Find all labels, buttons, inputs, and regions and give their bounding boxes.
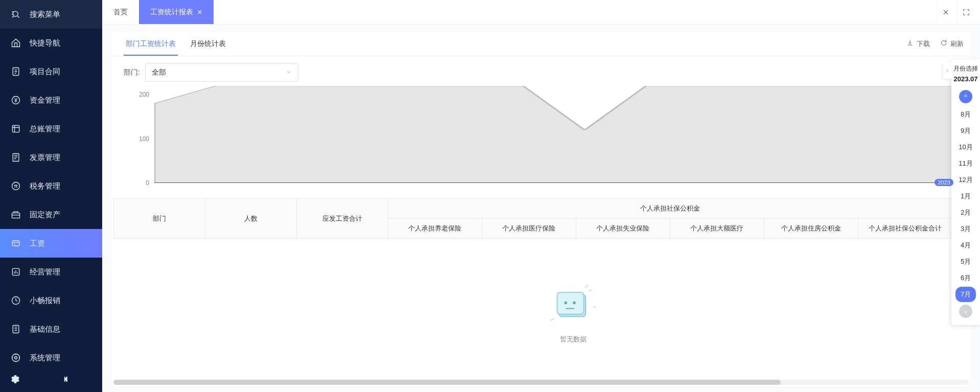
chevron-down-icon <box>286 68 292 77</box>
department-filter-label: 部门: <box>124 68 140 77</box>
salary-table: 部门人数应发工资合计个人承担社保公积金公司承担个人承担养老保险个人承担医疗保险个… <box>113 198 971 239</box>
subtab-1[interactable]: 月份统计表 <box>183 32 233 56</box>
download-label: 下载 <box>917 39 930 49</box>
month-option[interactable]: 5月 <box>955 254 976 269</box>
month-option[interactable]: 8月 <box>955 107 976 122</box>
sidebar-footer <box>0 366 102 392</box>
sidebar-item-label: 基础信息 <box>30 325 60 334</box>
sidebar-item-label: 项目合同 <box>30 67 60 77</box>
sidebar-item-info[interactable]: 基础信息 <box>0 315 102 343</box>
svg-point-12 <box>12 354 20 362</box>
sidebar-item-invoice[interactable]: 发票管理 <box>0 143 102 172</box>
table-header: 应发工资合计 <box>296 199 388 239</box>
tab-1[interactable]: 工资统计报表✕ <box>139 0 214 24</box>
sidebar-item-label: 搜索菜单 <box>30 10 60 19</box>
refresh-label: 刷新 <box>950 39 964 49</box>
horizontal-scrollbar[interactable] <box>113 380 969 385</box>
svg-point-11 <box>15 357 17 359</box>
month-panel-toggle[interactable] <box>943 62 951 79</box>
money-icon <box>10 95 21 106</box>
refresh-button[interactable]: 刷新 <box>940 39 964 49</box>
month-option[interactable]: 1月 <box>955 189 976 204</box>
month-option[interactable]: 3月 <box>955 221 976 237</box>
sidebar-item-salary[interactable]: 工资 <box>0 229 102 258</box>
close-all-tabs-button[interactable] <box>936 3 954 21</box>
month-option[interactable]: 12月 <box>953 172 977 188</box>
sidebar-item-system[interactable]: 系统管理 <box>0 343 102 366</box>
sidebar-item-label: 总账管理 <box>30 124 60 134</box>
svg-rect-7 <box>12 241 19 246</box>
tab-0[interactable]: 首页 <box>102 0 139 24</box>
svg-rect-4 <box>13 154 19 162</box>
sidebar-item-home[interactable]: 快捷导航 <box>0 29 102 57</box>
sidebar-item-label: 固定资产 <box>30 210 60 220</box>
sidebar-item-reimburse[interactable]: 小畅报销 <box>0 286 102 315</box>
sidebar-item-label: 税务管理 <box>30 181 60 191</box>
table-subheader: 个人承担大额医疗 <box>670 219 764 239</box>
table-subheader: 个人承担社保公积金合计 <box>858 219 952 239</box>
subtabs: 部门工资统计表月份统计表 下载 刷新 <box>111 32 971 56</box>
tab-label: 工资统计报表 <box>150 8 193 17</box>
month-option[interactable]: 6月 <box>955 270 976 286</box>
svg-rect-10 <box>13 326 19 333</box>
doc-icon <box>10 66 21 77</box>
tax-icon <box>10 180 21 192</box>
year-badge: 2023 <box>935 179 953 186</box>
fullscreen-button[interactable] <box>956 3 975 21</box>
month-option[interactable]: 11月 <box>953 156 977 171</box>
sidebar-item-money[interactable]: 资金管理 <box>0 86 102 114</box>
table-subheader: 个人承担住房公积金 <box>764 219 858 239</box>
sidebar: 搜索菜单快捷导航项目合同资金管理总账管理发票管理税务管理固定资产工资经营管理小畅… <box>0 0 102 392</box>
month-prev-button[interactable] <box>959 90 972 103</box>
collapse-icon[interactable] <box>61 374 72 384</box>
sidebar-item-label: 快捷导航 <box>30 38 60 48</box>
table-header-group: 个人承担社保公积金 <box>388 199 952 219</box>
table-container[interactable]: 部门人数应发工资合计个人承担社保公积金公司承担个人承担养老保险个人承担医疗保险个… <box>111 198 971 380</box>
refresh-icon <box>940 39 947 48</box>
sidebar-item-search[interactable]: 搜索菜单 <box>0 0 102 29</box>
sidebar-item-asset[interactable]: 固定资产 <box>0 200 102 229</box>
svg-point-5 <box>12 182 20 190</box>
ledger-icon <box>10 123 21 134</box>
svg-rect-3 <box>12 125 19 132</box>
salary-icon <box>10 238 21 249</box>
month-option[interactable]: 4月 <box>955 238 976 253</box>
department-select[interactable]: 全部 <box>145 63 298 82</box>
month-picker-panel: 月份选择 2023.07 8月9月10月11月12月20231月2月3月4月5月… <box>951 59 980 325</box>
main: 首页工资统计报表✕ 部门工资统计表月份统计表 下 <box>102 0 980 392</box>
sidebar-item-doc[interactable]: 项目合同 <box>0 57 102 86</box>
chart-container: 0100200 <box>111 86 971 198</box>
home-icon <box>10 37 21 49</box>
settings-icon[interactable] <box>10 374 20 384</box>
download-button[interactable]: 下载 <box>906 39 930 49</box>
search-icon <box>10 9 21 20</box>
content: 部门工资统计表月份统计表 下载 刷新 部门: <box>102 25 980 392</box>
filter-row: 部门: 全部 <box>111 56 971 86</box>
sidebar-item-label: 小畅报销 <box>30 296 60 306</box>
sidebar-item-tax[interactable]: 税务管理 <box>0 172 102 200</box>
tabs-bar: 首页工资统计报表✕ <box>102 0 980 25</box>
download-icon <box>906 39 914 48</box>
month-option[interactable]: 10月 <box>953 140 977 155</box>
invoice-icon <box>10 152 21 163</box>
month-option[interactable]: 7月 <box>955 287 976 302</box>
sidebar-item-ledger[interactable]: 总账管理 <box>0 114 102 143</box>
svg-rect-6 <box>12 213 20 218</box>
table-subheader: 个人承担失业保险 <box>576 219 670 239</box>
asset-icon <box>10 209 21 220</box>
month-option[interactable]: 2月 <box>955 205 976 220</box>
reimburse-icon <box>10 295 21 306</box>
subtab-0[interactable]: 部门工资统计表 <box>119 32 183 56</box>
empty-text: 暂无数据 <box>560 335 587 344</box>
tab-close-icon[interactable]: ✕ <box>197 9 202 16</box>
chart-ytick: 0 <box>124 179 149 187</box>
sidebar-item-biz[interactable]: 经营管理 <box>0 258 102 286</box>
empty-state: 暂无数据 <box>113 239 971 377</box>
chart-ytick: 200 <box>124 91 149 98</box>
month-next-button[interactable] <box>959 305 972 318</box>
month-option[interactable]: 9月 <box>955 123 976 139</box>
month-picker-title: 月份选择 <box>953 64 978 73</box>
salary-area-chart: 0100200 <box>124 86 959 193</box>
biz-icon <box>10 266 21 278</box>
info-icon <box>10 324 21 335</box>
